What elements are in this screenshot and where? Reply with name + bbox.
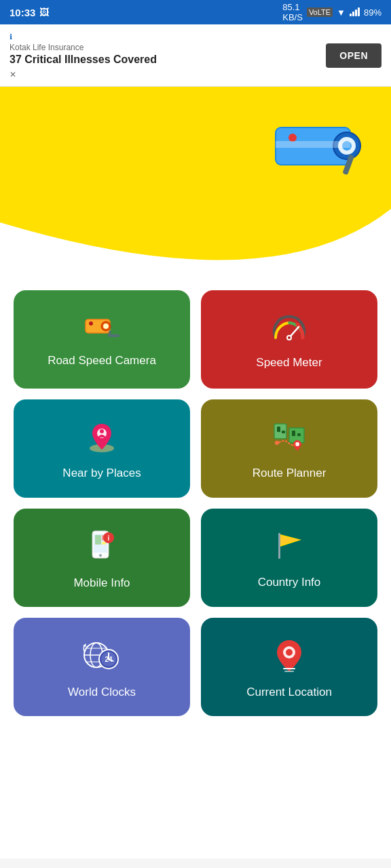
gallery-icon: 🖼 (39, 7, 49, 18)
svg-point-15 (288, 336, 291, 339)
network-speed: 85.1 KB/S (282, 2, 303, 22)
route-planner-icon (272, 420, 307, 458)
tile-route-planner[interactable]: Route Planner (201, 399, 377, 498)
svg-rect-6 (276, 141, 350, 148)
tile-speed-meter[interactable]: Speed Meter (201, 290, 377, 389)
nearby-places-icon (84, 420, 119, 458)
ad-title: 37 Critical Illnesses Covered (10, 54, 157, 66)
svg-rect-24 (297, 433, 301, 436)
tile-world-clocks[interactable]: 24 World Clocks (14, 618, 190, 716)
speed-meter-label: Speed Meter (256, 356, 322, 370)
tile-country-info[interactable]: Country Info (201, 509, 377, 607)
svg-point-10 (89, 321, 93, 326)
world-clocks-label: World Clocks (68, 686, 136, 699)
ad-banner: ℹ Kotak Life Insurance 37 Critical Illne… (0, 24, 391, 87)
hero-banner (0, 87, 391, 277)
svg-text:i: i (108, 534, 110, 542)
svg-point-26 (275, 441, 279, 445)
mobile-info-label: Mobile Info (73, 576, 130, 590)
speed-meter-icon (272, 312, 307, 348)
country-info-icon (272, 529, 307, 568)
svg-rect-20 (277, 427, 280, 432)
app-grid-section: Road Speed Camera (0, 277, 391, 736)
ad-brand: Kotak Life Insurance (10, 43, 157, 52)
road-speed-camera-icon (84, 314, 119, 346)
svg-rect-31 (102, 542, 106, 545)
status-bar: 10:33 🖼 85.1 KB/S VoLTE ▼ 89% (0, 0, 391, 24)
world-clocks-icon: 24 (83, 637, 121, 677)
current-location-label: Current Location (246, 686, 332, 699)
ad-close-icon[interactable]: ✕ (10, 70, 16, 79)
wifi-icon: ▼ (337, 7, 346, 18)
mobile-info-icon: i (84, 528, 119, 568)
signal-icon (350, 7, 360, 18)
app-grid: Road Speed Camera (14, 290, 377, 716)
svg-point-18 (100, 429, 104, 433)
ad-open-button[interactable]: OPEN (326, 43, 381, 68)
hero-camera-illustration (269, 107, 377, 191)
route-planner-label: Route Planner (253, 467, 327, 480)
svg-rect-29 (95, 535, 101, 545)
svg-rect-23 (292, 431, 295, 436)
svg-rect-21 (282, 431, 285, 433)
battery-level: 89% (364, 7, 381, 18)
tile-mobile-info[interactable]: i Mobile Info (14, 509, 190, 607)
country-info-label: Country Info (258, 576, 321, 589)
nearby-places-label: Near by Places (62, 467, 141, 480)
status-time: 10:33 (10, 7, 35, 18)
info-icon: ℹ (10, 33, 12, 41)
svg-point-9 (103, 323, 109, 329)
bottom-space (0, 736, 391, 859)
tile-nearby-places[interactable]: Near by Places (14, 399, 190, 498)
current-location-icon (272, 637, 307, 677)
svg-point-4 (288, 134, 297, 142)
svg-point-48 (286, 649, 293, 656)
road-speed-camera-label: Road Speed Camera (48, 354, 156, 368)
lte-icon: VoLTE (307, 7, 333, 17)
svg-rect-35 (278, 533, 280, 559)
tile-road-speed-camera[interactable]: Road Speed Camera (14, 290, 190, 389)
svg-point-34 (99, 554, 102, 557)
tile-current-location[interactable]: Current Location (201, 618, 377, 716)
svg-rect-12 (110, 334, 119, 337)
